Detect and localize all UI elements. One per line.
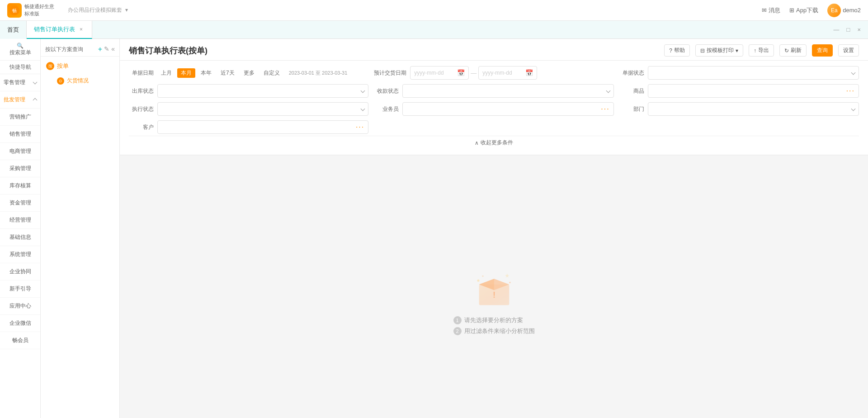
settings-button[interactable]: 设置 [838,44,859,57]
add-plan-icon[interactable]: + [98,45,102,53]
search-icon: 🔍 [17,43,24,49]
logo-area: 畅 畅捷通好生意 标准版 [7,3,54,18]
plan-icon-按单: 按 [46,62,54,70]
tip-2-num: 2 [453,327,462,335]
filter-cell-salesperson: 业务员 ··· [374,102,613,116]
exec-status-select[interactable] [157,102,368,116]
goods-dots-icon[interactable]: ··· [846,87,855,95]
sidebar-item-ecom[interactable]: 电商管理 [0,143,40,160]
user-profile[interactable]: Ea demo2 [827,4,861,17]
page-title: 销售订单执行表(按单) [129,45,208,56]
app-download-icon: ⊞ [789,7,794,14]
logo-icon: 畅 [7,3,22,18]
date-tab-more[interactable]: 更多 [240,68,258,78]
refresh-button[interactable]: ↻ 刷新 [779,44,807,57]
sidebar-item-basic[interactable]: 基础信息 [0,229,40,246]
sidebar-item-marketing[interactable]: 营销推广 [0,109,40,126]
window-maximize[interactable]: □ [845,24,852,35]
main-content: 销售订单执行表(按单) ? 帮助 ⊟ 按模板打印 ▾ ↑ 导出 [120,39,868,418]
tab-sales-order[interactable]: 销售订单执行表 × [27,21,92,39]
date-tab-last-month[interactable]: 上月 [157,68,175,78]
recv-status-label: 收款状态 [374,87,399,95]
collapse-filter-button[interactable]: ∧ 收起更多条件 [129,136,859,149]
svg-point-8 [482,275,483,276]
expected-date-from[interactable]: yyyy-mm-dd 📅 [410,66,469,80]
filter-area: 单据日期 上月 本月 本年 近7天 更多 自定义 2023-03-01 至 20… [120,61,868,155]
print-button[interactable]: ⊟ 按模板打印 ▾ [695,44,743,57]
customer-input[interactable]: ··· [157,120,368,134]
sidebar-item-inventory[interactable]: 库存核算 [0,177,40,195]
recv-status-select[interactable] [402,84,613,98]
help-button[interactable]: ? 帮助 [664,44,690,57]
filter-cell-dept: 部门 [619,102,859,116]
help-icon: ? [669,48,672,54]
sidebar-item-wholesale[interactable]: 批发管理 [0,91,40,109]
sidebar-item-retail[interactable]: 零售管理 [0,74,40,91]
page-header-actions: ? 帮助 ⊟ 按模板打印 ▾ ↑ 导出 ↻ 刷新 [664,44,859,57]
collapse-panel-icon[interactable]: « [111,45,115,53]
tip-1-num: 1 [453,316,462,324]
sidebar-item-sales-mgmt[interactable]: 销售管理 [0,126,40,143]
nav-dropdown-icon[interactable]: ▾ [125,7,128,13]
date-tab-custom[interactable]: 自定义 [260,68,283,78]
date-tab-last7days[interactable]: 近7天 [217,68,238,78]
search-button-top[interactable]: 查询 [812,44,833,57]
filter-cell-status: 单据状态 [619,66,859,80]
tab-close-icon[interactable]: × [78,25,85,33]
sidebar-item-coop[interactable]: 企业协同 [0,263,40,280]
dept-label: 部门 [619,105,644,113]
sub-plan-item-欠货情况[interactable]: ⊙ 欠货情况 [41,74,119,88]
empty-tips: 1 请先选择要分析的方案 2 用过滤条件来缩小分析范围 [453,316,535,335]
salesperson-input[interactable]: ··· [402,102,613,116]
wholesale-collapse-icon [33,98,38,103]
avatar: Ea [827,4,841,17]
out-status-label: 出库状态 [129,87,154,95]
expected-date-label: 预计交货日期 [374,69,406,77]
status-select[interactable] [648,66,859,80]
window-minimize[interactable]: — [832,24,841,35]
app-download-action[interactable]: ⊞ App下载 [789,6,818,14]
sub-plan-icon: ⊙ [57,77,64,85]
expected-date-to[interactable]: yyyy-mm-dd 📅 [478,66,537,80]
export-button[interactable]: ↑ 导出 [749,44,774,57]
window-close[interactable]: × [855,24,863,35]
sidebar-item-apps[interactable]: 应用中心 [0,298,40,315]
date-separator: — [471,70,476,76]
sidebar-item-purchase[interactable]: 采购管理 [0,160,40,177]
filter-row-1: 单据日期 上月 本月 本年 近7天 更多 自定义 2023-03-01 至 20… [129,66,859,80]
plan-item-按单[interactable]: 按 按单 [41,58,119,74]
print-dropdown-icon[interactable]: ▾ [736,48,738,54]
sidebar-item-guide[interactable]: 新手引导 [0,280,40,298]
date-tab-current-year[interactable]: 本年 [197,68,215,78]
sidebar-item-ops[interactable]: 经营管理 [0,212,40,229]
sidebar-search[interactable]: 🔍 搜索菜单 [0,39,40,61]
out-status-select[interactable] [157,84,368,98]
nav-path[interactable]: 办公用品行业模拟账套 ▾ [68,6,128,14]
customer-dots-icon[interactable]: ··· [356,123,364,131]
tab-home[interactable]: 首页 [0,21,27,39]
svg-point-6 [477,279,479,281]
message-action[interactable]: ✉ 消息 [762,6,780,14]
filter-row-3: 执行状态 业务员 ··· 部门 [129,102,859,116]
sidebar-item-sys[interactable]: 系统管理 [0,246,40,263]
sidebar-quick-nav[interactable]: 快捷导航 [0,61,40,74]
tab-window-actions: — □ × [832,24,868,35]
header-left: 畅 畅捷通好生意 标准版 办公用品行业模拟账套 ▾ [7,3,128,18]
tab-bar: 首页 销售订单执行表 × — □ × [0,21,868,39]
date-tab-current-month[interactable]: 本月 [177,68,195,78]
main-layout: 🔍 搜索菜单 快捷导航 零售管理 批发管理 营销推广 销售管理 电商管理 采购管… [0,39,868,418]
filter-cell-goods: 商品 ··· [619,84,859,98]
dept-dropdown-icon [851,106,856,111]
filter-cell-exec-status: 执行状态 [129,102,368,116]
sidebar-item-wechat[interactable]: 企业微信 [0,315,40,332]
goods-input[interactable]: ··· [648,84,859,98]
sidebar-item-finance[interactable]: 资金管理 [0,195,40,212]
sidebar-item-member[interactable]: 畅会员 [0,332,40,349]
edit-plan-icon[interactable]: ✎ [104,45,109,53]
page-header: 销售订单执行表(按单) ? 帮助 ⊟ 按模板打印 ▾ ↑ 导出 [120,39,868,61]
filter-cell-recv-status: 收款状态 [374,84,613,98]
salesperson-dots-icon[interactable]: ··· [601,105,609,113]
left-panel-actions: + ✎ « [98,45,115,53]
empty-illustration: ! [472,266,517,311]
dept-select[interactable] [648,102,859,116]
